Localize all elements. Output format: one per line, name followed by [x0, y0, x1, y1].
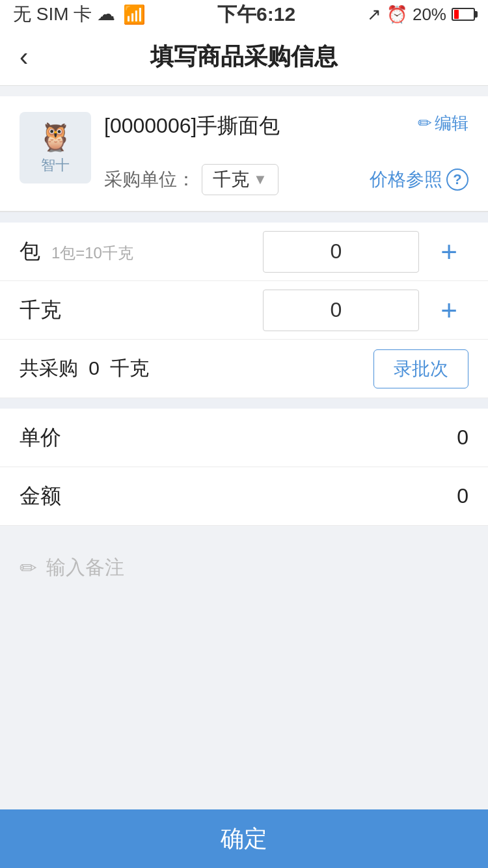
- chevron-down-icon: ▼: [253, 171, 267, 188]
- amount-label: 金额: [20, 482, 61, 511]
- product-image: 🦉 智十: [20, 112, 91, 183]
- package-label: 包 1包=10千克: [20, 237, 133, 266]
- time-display: 下午6:12: [217, 1, 295, 28]
- location-icon: ↗: [367, 5, 381, 25]
- summary-prefix: 共采购: [20, 357, 78, 379]
- kg-quantity-input[interactable]: [263, 290, 419, 331]
- status-right: ↗ ⏰ 20%: [367, 5, 475, 25]
- unit-price-value: 0: [457, 426, 468, 450]
- content-spacer: [0, 599, 488, 794]
- edit-label: 编辑: [435, 112, 468, 135]
- edit-button[interactable]: ✏ 编辑: [418, 112, 468, 135]
- summary-row: 共采购 0 千克 录批次: [0, 340, 488, 398]
- unit-price-label: 单价: [20, 424, 61, 452]
- product-meta: 采购单位： 千克 ▼ 价格参照 ?: [104, 164, 468, 195]
- status-left: 无 SIM 卡 ☁ 📶: [13, 2, 146, 27]
- product-info: [0000006]手撕面包 ✏ 编辑 采购单位： 千克 ▼ 价格参照 ?: [104, 112, 468, 195]
- unit-selector[interactable]: 千克 ▼: [202, 164, 278, 195]
- batch-btn-label: 录批次: [394, 359, 448, 379]
- plus-icon: +: [441, 236, 457, 268]
- kg-input-row: 千克 +: [0, 281, 488, 340]
- kg-field-wrap: +: [72, 290, 468, 331]
- back-button[interactable]: ‹: [20, 42, 59, 72]
- product-card: 🦉 智十 [0000006]手撕面包 ✏ 编辑 采购单位： 千克 ▼: [0, 96, 488, 211]
- unit-price-row: 单价 0: [0, 409, 488, 467]
- unit-value: 千克: [213, 167, 249, 192]
- unit-label: 采购单位：: [104, 167, 195, 192]
- confirm-label: 确定: [221, 823, 267, 855]
- summary-unit: 千克: [110, 357, 149, 379]
- product-image-label: 智十: [41, 156, 70, 175]
- kg-label: 千克: [20, 296, 72, 325]
- price-reference-button[interactable]: 价格参照 ?: [370, 167, 468, 192]
- summary-text: 共采购 0 千克: [20, 355, 149, 382]
- section-divider-2: [0, 398, 488, 409]
- package-field-wrap: +: [133, 231, 468, 273]
- summary-amount: 0: [88, 357, 100, 379]
- wifi-icon: 📶: [123, 4, 146, 25]
- kg-plus-icon: +: [441, 294, 457, 327]
- amount-row: 金额 0: [0, 467, 488, 526]
- product-owl-icon: 🦉: [38, 121, 72, 153]
- quantity-section: 包 1包=10千克 + 千克 +: [0, 223, 488, 340]
- kg-plus-button[interactable]: +: [429, 290, 468, 331]
- product-full-name: [0000006]手撕面包: [104, 112, 280, 141]
- remark-placeholder: 输入备注: [46, 554, 124, 581]
- nav-bar: ‹ 填写商品采购信息: [0, 29, 488, 86]
- confirm-button[interactable]: 确定: [0, 809, 488, 868]
- remark-section[interactable]: ✏ 输入备注: [0, 536, 488, 599]
- batch-record-button[interactable]: 录批次: [373, 349, 468, 388]
- sim-status: 无 SIM 卡 ☁: [13, 2, 115, 27]
- package-quantity-input[interactable]: [263, 231, 419, 273]
- help-icon: ?: [446, 169, 468, 191]
- package-unit-hint: 1包=10千克: [51, 244, 133, 262]
- battery-percent: 20%: [413, 5, 446, 25]
- amount-value: 0: [457, 484, 468, 508]
- price-section: 单价 0 金额 0: [0, 409, 488, 526]
- alarm-icon: ⏰: [386, 5, 407, 25]
- page-title: 填写商品采购信息: [150, 41, 338, 73]
- back-arrow-icon: ‹: [20, 42, 28, 71]
- section-divider-1: [0, 212, 488, 223]
- price-ref-label: 价格参照: [370, 167, 442, 192]
- package-input-row: 包 1包=10千克 +: [0, 223, 488, 281]
- edit-icon: ✏: [418, 113, 432, 133]
- battery-icon: [452, 8, 475, 21]
- package-plus-button[interactable]: +: [429, 231, 468, 273]
- status-bar: 无 SIM 卡 ☁ 📶 下午6:12 ↗ ⏰ 20%: [0, 0, 488, 29]
- pencil-icon: ✏: [20, 556, 37, 580]
- package-label-text: 包: [20, 239, 40, 263]
- unit-row: 采购单位： 千克 ▼: [104, 164, 278, 195]
